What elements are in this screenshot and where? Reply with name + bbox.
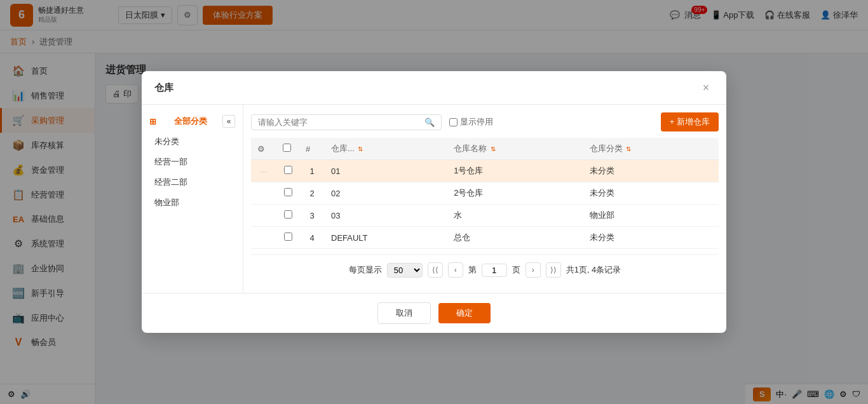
row-actions: ··· bbox=[251, 160, 276, 182]
row-check bbox=[276, 227, 299, 249]
table-body: ··· 1 01 1号仓库 未分类 bbox=[251, 160, 719, 249]
cancel-button[interactable]: 取消 bbox=[377, 302, 431, 324]
row-name: 总仓 bbox=[447, 227, 583, 249]
table-container: ⚙ # 仓库... ⇅ bbox=[251, 138, 719, 249]
table-row[interactable]: ··· 1 01 1号仓库 未分类 bbox=[251, 160, 719, 182]
col-code: 仓库... ⇅ bbox=[325, 138, 447, 160]
col-gear: ⚙ bbox=[251, 138, 276, 160]
row-actions bbox=[251, 205, 276, 227]
row-name: 1号仓库 bbox=[447, 160, 583, 182]
all-category-header[interactable]: ⊞ 全部分类 « bbox=[142, 111, 243, 131]
show-disabled-toggle[interactable]: 显示停用 bbox=[449, 116, 493, 128]
row-code: DEFAULT bbox=[325, 227, 447, 249]
col-num: # bbox=[299, 138, 325, 160]
col-category: 仓库分类 ⇅ bbox=[583, 138, 719, 160]
row-name: 2号仓库 bbox=[447, 182, 583, 205]
row-code: 02 bbox=[325, 182, 447, 205]
last-page-icon: ⟩⟩ bbox=[550, 266, 557, 274]
sort-code-icon[interactable]: ⇅ bbox=[358, 145, 363, 152]
pagination: 每页显示 50 10 20 100 ⟨⟨ ‹ 第 页 bbox=[251, 254, 719, 285]
dialog-close-button[interactable]: × bbox=[698, 80, 714, 95]
next-page-icon: › bbox=[532, 266, 534, 274]
row-name: 水 bbox=[447, 205, 583, 227]
select-all-checkbox[interactable] bbox=[283, 144, 291, 152]
row-num: 4 bbox=[299, 227, 325, 249]
row-num: 3 bbox=[299, 205, 325, 227]
search-icon[interactable]: 🔍 bbox=[424, 118, 435, 127]
row-category: 未分类 bbox=[583, 182, 719, 205]
search-box: 🔍 bbox=[251, 114, 442, 130]
dialog-header: 仓库 × bbox=[142, 71, 726, 105]
dialog-body: ⊞ 全部分类 « 未分类 经营一部 经营二部 物业部 bbox=[142, 105, 726, 293]
row-category: 未分类 bbox=[583, 227, 719, 249]
category-item-dept2[interactable]: 经营二部 bbox=[142, 172, 243, 192]
grid-icon: ⊞ bbox=[149, 117, 156, 126]
prev-page-button[interactable]: ‹ bbox=[448, 262, 463, 278]
row-check bbox=[276, 182, 299, 205]
category-panel: ⊞ 全部分类 « 未分类 经营一部 经营二部 物业部 bbox=[142, 105, 243, 293]
page-label-post: 页 bbox=[512, 264, 520, 276]
confirm-button[interactable]: 确定 bbox=[438, 303, 491, 323]
row-checkbox[interactable] bbox=[284, 210, 292, 219]
category-item-unclassified[interactable]: 未分类 bbox=[142, 131, 243, 152]
last-page-button[interactable]: ⟩⟩ bbox=[546, 262, 561, 278]
page-label-pre: 第 bbox=[468, 264, 477, 276]
search-input[interactable] bbox=[258, 118, 424, 127]
warehouse-table: ⚙ # 仓库... ⇅ bbox=[251, 138, 719, 249]
per-page-select[interactable]: 50 10 20 100 bbox=[387, 263, 423, 278]
row-checkbox[interactable] bbox=[284, 232, 292, 241]
first-page-icon: ⟨⟨ bbox=[432, 266, 438, 274]
col-check bbox=[276, 138, 299, 160]
row-actions bbox=[251, 227, 276, 249]
total-info: 共1页, 4条记录 bbox=[566, 264, 621, 276]
table-header-row: ⚙ # 仓库... ⇅ bbox=[251, 138, 719, 160]
row-num: 2 bbox=[299, 182, 325, 205]
sort-category-icon[interactable]: ⇅ bbox=[626, 145, 631, 152]
row-checkbox[interactable] bbox=[284, 188, 292, 196]
table-row[interactable]: 4 DEFAULT 总仓 未分类 bbox=[251, 227, 719, 249]
row-check bbox=[276, 160, 299, 182]
add-warehouse-button[interactable]: + 新增仓库 bbox=[661, 112, 719, 131]
table-panel: 🔍 显示停用 + 新增仓库 ⚙ bbox=[243, 105, 726, 293]
category-item-dept1[interactable]: 经营一部 bbox=[142, 152, 243, 172]
collapse-button[interactable]: « bbox=[222, 115, 235, 128]
table-row[interactable]: 2 02 2号仓库 未分类 bbox=[251, 182, 719, 205]
row-more-icon[interactable]: ··· bbox=[261, 166, 268, 176]
warehouse-dialog: 仓库 × ⊞ 全部分类 « 未分类 经营一部 经营二部 bbox=[142, 71, 726, 333]
prev-page-icon: ‹ bbox=[454, 266, 457, 274]
all-category-label: 全部分类 bbox=[174, 116, 207, 127]
row-check bbox=[276, 205, 299, 227]
show-disabled-checkbox[interactable] bbox=[449, 118, 458, 126]
gear-column-icon[interactable]: ⚙ bbox=[257, 144, 265, 154]
show-disabled-label: 显示停用 bbox=[460, 116, 493, 128]
col-name: 仓库名称 ⇅ bbox=[447, 138, 583, 160]
per-page-label: 每页显示 bbox=[349, 264, 382, 276]
row-code: 01 bbox=[325, 160, 447, 182]
row-actions bbox=[251, 182, 276, 205]
row-category: 未分类 bbox=[583, 160, 719, 182]
first-page-button[interactable]: ⟨⟨ bbox=[428, 262, 443, 278]
row-code: 03 bbox=[325, 205, 447, 227]
row-num: 1 bbox=[299, 160, 325, 182]
table-toolbar: 🔍 显示停用 + 新增仓库 bbox=[251, 112, 719, 131]
category-item-property[interactable]: 物业部 bbox=[142, 192, 243, 213]
row-category: 物业部 bbox=[583, 205, 719, 227]
modal-overlay: 仓库 × ⊞ 全部分类 « 未分类 经营一部 经营二部 bbox=[0, 0, 868, 404]
dialog-title: 仓库 bbox=[154, 82, 173, 94]
next-page-button[interactable]: › bbox=[526, 262, 541, 278]
sort-name-icon[interactable]: ⇅ bbox=[491, 145, 496, 152]
table-row[interactable]: 3 03 水 物业部 bbox=[251, 205, 719, 227]
dialog-footer: 取消 确定 bbox=[142, 293, 726, 333]
page-number-input[interactable] bbox=[482, 264, 507, 277]
row-checkbox[interactable] bbox=[284, 166, 292, 174]
